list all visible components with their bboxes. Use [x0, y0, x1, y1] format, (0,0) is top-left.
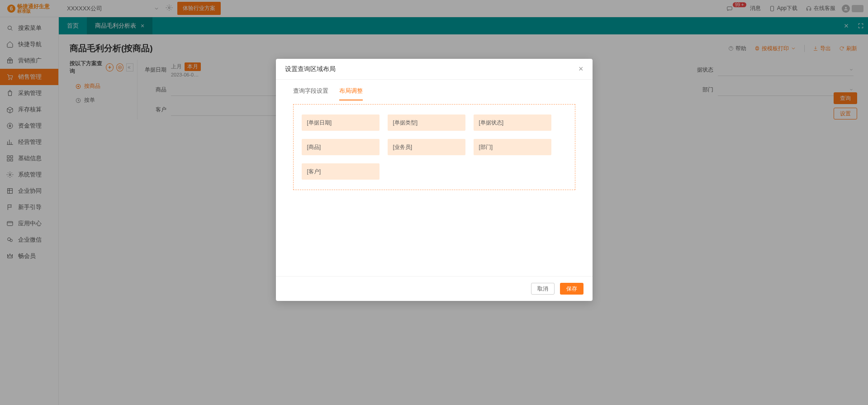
modal-foot: 取消 保存 — [276, 276, 593, 301]
layout-chip[interactable]: [单据类型] — [388, 114, 465, 131]
layout-chip[interactable]: [商品] — [302, 139, 379, 155]
modal-title: 设置查询区域布局 — [285, 65, 336, 73]
modal-head: 设置查询区域布局 × — [276, 59, 593, 80]
layout-chip[interactable]: [业务员] — [388, 139, 465, 155]
layout-chip[interactable]: [单据日期] — [302, 114, 379, 131]
layout-chip[interactable]: [部门] — [474, 139, 551, 155]
modal-close-icon[interactable]: × — [579, 64, 583, 74]
layout-chip[interactable]: [客户] — [302, 163, 379, 180]
layout-drop-zone[interactable]: [单据日期] [单据类型] [单据状态] [商品] [业务员] [部门] [客户… — [293, 104, 575, 190]
modal-overlay: 设置查询区域布局 × 查询字段设置 布局调整 [单据日期] [单据类型] [单据… — [0, 0, 868, 405]
modal-tab-fields[interactable]: 查询字段设置 — [293, 84, 328, 100]
layout-modal: 设置查询区域布局 × 查询字段设置 布局调整 [单据日期] [单据类型] [单据… — [276, 59, 593, 301]
save-button[interactable]: 保存 — [560, 283, 583, 295]
modal-tabs: 查询字段设置 布局调整 — [276, 80, 593, 100]
cancel-button[interactable]: 取消 — [531, 283, 555, 295]
modal-tab-layout[interactable]: 布局调整 — [339, 84, 363, 100]
layout-chip[interactable]: [单据状态] — [474, 114, 551, 131]
